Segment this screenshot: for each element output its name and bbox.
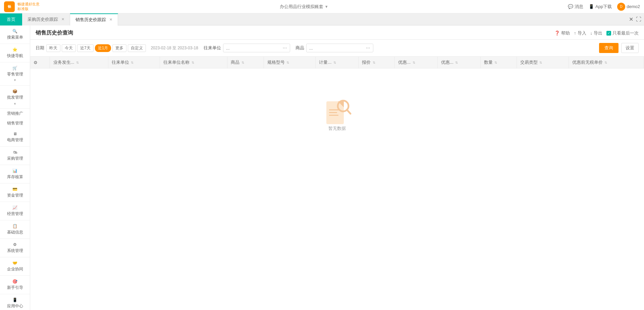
th-biz-date[interactable]: 业务发生... ⇅ xyxy=(50,57,108,68)
date-btn-custom[interactable]: 自定义 xyxy=(128,44,146,52)
sidebar-item-marketing[interactable]: 营销推广 xyxy=(0,109,30,118)
sidebar-label-retail: 零售管理 xyxy=(7,71,23,77)
app-selector[interactable]: 办公用品行业模拟账套 ▾ xyxy=(280,4,328,10)
sidebar-item-operations[interactable]: 📈 经营管理 xyxy=(0,202,30,220)
th-partner-code[interactable]: 往来单位 ⇅ xyxy=(108,57,160,68)
th-settings[interactable]: ⚙ xyxy=(30,57,50,68)
sort-icon-spec: ⇅ xyxy=(286,61,289,64)
quick-nav-icon: ⭐ xyxy=(12,47,17,52)
product-filter-group: 商品 ··· xyxy=(296,44,373,52)
sidebar-item-wholesale[interactable]: 📦 批发管理 ▴ xyxy=(0,86,30,109)
date-btn-yesterday[interactable]: 昨天 xyxy=(46,44,60,52)
sidebar-label-system: 系统管理 xyxy=(7,248,23,254)
th-quantity[interactable]: 数量 ⇅ xyxy=(480,57,517,68)
tab-home[interactable]: 首页 xyxy=(0,13,22,25)
import-btn[interactable]: ↑ 导入 xyxy=(574,30,586,36)
tab-sales-history[interactable]: 销售历史价跟踪 ✕ xyxy=(70,13,118,25)
import-icon: ↑ xyxy=(574,31,576,36)
page-header-actions: ❓ 帮助 ↑ 导入 ↓ 导出 ✓ 只看最后一次 xyxy=(554,30,639,36)
sidebar-item-inventory[interactable]: 📊 库存核算 xyxy=(0,165,30,184)
th-trade-type[interactable]: 交易类型 ⇅ xyxy=(517,57,569,68)
date-btn-7days[interactable]: 近7天 xyxy=(77,44,94,52)
sidebar: 🔍 搜索菜单 ⭐ 快捷导航 🛒 零售管理 ▾ 📦 批发管理 ▴ 营销推广 销售管… xyxy=(0,25,30,310)
product-input-wrapper[interactable]: ··· xyxy=(306,44,373,52)
product-input[interactable] xyxy=(309,46,366,51)
filter-area: 日期 昨天 今天 近7天 近1月 更多 自定义 2023-02-18 至 202… xyxy=(30,40,644,57)
tab-purchase-close[interactable]: ✕ xyxy=(61,17,64,21)
help-btn[interactable]: ❓ 帮助 xyxy=(554,30,570,36)
message-btn[interactable]: 💬 消息 xyxy=(568,4,583,10)
search-menu-icon: 🔍 xyxy=(12,29,17,34)
sidebar-item-sales[interactable]: 销售管理 xyxy=(0,118,30,128)
svg-rect-5 xyxy=(329,115,338,116)
date-btn-1month[interactable]: 近1月 xyxy=(95,44,111,52)
operations-icon: 📈 xyxy=(12,205,17,210)
sidebar-item-retail[interactable]: 🛒 零售管理 ▾ xyxy=(0,62,30,86)
th-spec[interactable]: 规格型号 ⇅ xyxy=(264,57,316,68)
date-btn-today[interactable]: 今天 xyxy=(62,44,76,52)
th-partner-name[interactable]: 往来单位名称 ⇅ xyxy=(160,57,227,68)
data-table: ⚙ 业务发生... ⇅ 往来单位 ⇅ 往来单位名称 ⇅ xyxy=(30,57,644,68)
download-icon: 📱 xyxy=(589,4,594,9)
sidebar-label-search-menu: 搜索菜单 xyxy=(7,35,23,40)
empty-illustration xyxy=(320,95,354,125)
sidebar-label-purchase: 采购管理 xyxy=(7,156,23,161)
date-range-text: 2023-02-18 至 2023-03-18 xyxy=(151,45,198,51)
wholesale-icon: 📦 xyxy=(12,89,17,94)
view-last-checkbox-label[interactable]: ✓ 只看最后一次 xyxy=(606,30,639,36)
sidebar-label-quick-nav: 快捷导航 xyxy=(7,53,23,59)
date-btn-more[interactable]: 更多 xyxy=(112,44,126,52)
sort-icon-quantity: ⇅ xyxy=(494,61,497,64)
th-product[interactable]: 商品 ⇅ xyxy=(227,57,264,68)
partner-input-wrapper[interactable]: ··· xyxy=(223,44,290,52)
th-discount2[interactable]: 优惠... ⇅ xyxy=(437,57,480,68)
sidebar-item-quick-nav[interactable]: ⭐ 快捷导航 xyxy=(0,44,30,62)
sidebar-item-apps[interactable]: 📱 应用中心 xyxy=(0,294,30,310)
partner-input[interactable] xyxy=(226,46,283,51)
sidebar-label-guide: 新手引导 xyxy=(7,285,23,291)
close-tab-icon[interactable]: ✕ xyxy=(629,16,633,22)
th-price-no-tax[interactable]: 优惠前无税单价 ⇅ xyxy=(569,57,644,68)
sort-icon-biz-date: ⇅ xyxy=(76,61,79,64)
filter-row: 日期 昨天 今天 近7天 近1月 更多 自定义 2023-02-18 至 202… xyxy=(36,43,639,53)
settings-button[interactable]: 设置 xyxy=(621,43,639,53)
topbar-left: 畅 畅捷通好生意 标准版 xyxy=(4,1,40,12)
sidebar-label-basic: 基础信息 xyxy=(7,229,23,235)
sidebar-label-apps: 应用中心 xyxy=(7,303,23,309)
message-icon: 💬 xyxy=(568,4,573,9)
query-button[interactable]: 查询 xyxy=(599,43,619,53)
sort-icon-discount1: ⇅ xyxy=(413,61,415,64)
sidebar-item-purchase[interactable]: 🛍 采购管理 xyxy=(0,147,30,165)
enterprise-icon: 🤝 xyxy=(12,261,17,265)
sort-icon-discount2: ⇅ xyxy=(455,61,458,64)
sidebar-item-basic[interactable]: 📋 基础信息 xyxy=(0,220,30,239)
export-btn[interactable]: ↓ 导出 xyxy=(590,30,603,36)
th-unit[interactable]: 计量... ⇅ xyxy=(316,57,359,68)
fullscreen-icon[interactable]: ⛶ xyxy=(636,16,641,22)
user-avatar[interactable]: D demo2 xyxy=(617,3,640,11)
sidebar-item-enterprise[interactable]: 🤝 企业协同 xyxy=(0,257,30,276)
sidebar-item-finance[interactable]: 💳 资金管理 xyxy=(0,184,30,202)
sidebar-item-system[interactable]: ⚙ 系统管理 xyxy=(0,239,30,257)
empty-svg-icon xyxy=(320,95,354,125)
wholesale-arrow-icon: ▴ xyxy=(14,101,16,105)
content-area: 销售历史价查询 ❓ 帮助 ↑ 导入 ↓ 导出 ✓ 只看最后一次 xyxy=(30,25,644,310)
sidebar-item-ecommerce[interactable]: 🖥 电商管理 xyxy=(0,128,30,147)
sidebar-item-search-menu[interactable]: 🔍 搜索菜单 xyxy=(0,25,30,44)
sidebar-item-guide[interactable]: 🎯 新手引导 xyxy=(0,276,30,294)
tab-sales-close[interactable]: ✕ xyxy=(109,17,112,22)
th-discount1[interactable]: 优惠... ⇅ xyxy=(395,57,438,68)
ecommerce-icon: 🖥 xyxy=(13,132,17,136)
app-download-btn[interactable]: 📱 App下载 xyxy=(589,4,612,10)
retail-arrow-icon: ▾ xyxy=(14,78,16,82)
sort-icon-price-no-tax: ⇅ xyxy=(604,61,607,64)
dropdown-icon[interactable]: ▾ xyxy=(325,4,328,9)
th-quoted-price[interactable]: 报价 ⇅ xyxy=(359,57,395,68)
tab-purchase-label: 采购历史价跟踪 xyxy=(28,16,58,22)
retail-icon: 🛒 xyxy=(12,66,17,70)
sort-icon-unit: ⇅ xyxy=(333,61,336,64)
partner-dots-icon[interactable]: ··· xyxy=(282,45,287,51)
brand-name: 畅捷通好生意 标准版 xyxy=(17,2,40,11)
tab-purchase-history[interactable]: 采购历史价跟踪 ✕ xyxy=(22,13,70,25)
product-dots-icon[interactable]: ··· xyxy=(366,45,370,51)
